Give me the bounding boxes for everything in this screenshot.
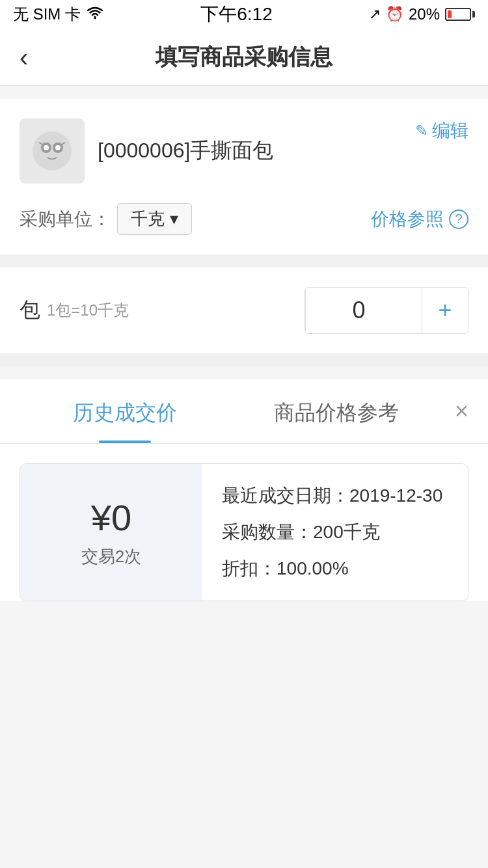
product-unit-row: 采购单位： 千克 ▾ 价格参照 ? (20, 203, 468, 235)
discount: 折扣：100.00% (222, 556, 448, 581)
unit-label-text: 采购单位： (20, 207, 111, 232)
help-icon: ? (455, 211, 462, 226)
unit-selector[interactable]: 千克 ▾ (117, 203, 192, 235)
product-card: [0000006]手撕面包 ✎ 编辑 采购单位： 千克 ▾ 价格参照 ? (0, 99, 488, 254)
unit-hint: 1包=10千克 (47, 300, 129, 321)
dropdown-arrow: ▾ (170, 209, 178, 229)
battery-percent: 20% (409, 5, 440, 23)
product-header: [0000006]手撕面包 ✎ 编辑 (20, 118, 468, 183)
sim-status: 无 SIM 卡 (13, 4, 81, 25)
svg-point-4 (55, 145, 61, 150)
content-area (0, 621, 488, 868)
recent-date: 最近成交日期：2019-12-30 (222, 483, 448, 508)
location-icon: ↗ (369, 6, 381, 23)
unit-label: 采购单位： 千克 ▾ (20, 203, 192, 235)
status-time: 下午6:12 (200, 2, 273, 27)
quantity-row: 包 1包=10千克 + (0, 267, 488, 353)
nav-bar: ‹ 填写商品采购信息 (0, 29, 488, 86)
tab-close-button[interactable]: × (442, 385, 468, 438)
product-image (20, 118, 85, 183)
section-divider (0, 254, 488, 267)
price-value: ¥0 (91, 496, 131, 539)
price-transactions: 交易2次 (81, 545, 141, 568)
quantity-control: + (305, 287, 468, 334)
price-amount: 0 (111, 497, 131, 538)
price-right-panel: 最近成交日期：2019-12-30 采购数量：200千克 折扣：100.00% (202, 464, 468, 601)
purchase-qty: 采购数量：200千克 (222, 520, 448, 545)
tab-product-price-ref[interactable]: 商品价格参考 (230, 379, 441, 443)
svg-point-0 (33, 131, 72, 170)
edit-icon: ✎ (415, 122, 428, 140)
quantity-plus-button[interactable]: + (422, 288, 468, 333)
wifi-icon (86, 5, 104, 23)
product-name: [0000006]手撕面包 (98, 137, 273, 165)
edit-link[interactable]: ✎ 编辑 (415, 118, 468, 143)
back-button[interactable]: ‹ (20, 44, 28, 70)
tab-history-price-label: 历史成交价 (73, 401, 177, 424)
status-right: ↗ ⏰ 20% (369, 5, 475, 23)
price-card: ¥0 交易2次 最近成交日期：2019-12-30 采购数量：200千克 折扣：… (20, 463, 468, 601)
price-ref-label: 价格参照 (371, 207, 444, 232)
price-currency: ¥ (91, 497, 111, 538)
battery-icon (445, 8, 475, 21)
product-left: [0000006]手撕面包 (20, 118, 273, 183)
tabs-section: 历史成交价 商品价格参考 × ¥0 交易2次 最近成交日期：2019-12-30… (0, 379, 488, 601)
quantity-label: 包 1包=10千克 (20, 296, 129, 325)
unit-name: 包 (20, 296, 40, 325)
tabs-divider (0, 353, 488, 366)
price-ref-button[interactable]: 价格参照 ? (371, 207, 468, 232)
unit-value: 千克 (131, 208, 165, 230)
tab-history-price[interactable]: 历史成交价 (20, 379, 230, 443)
help-circle-icon[interactable]: ? (449, 210, 468, 229)
alarm-icon: ⏰ (386, 6, 403, 23)
quantity-input[interactable] (305, 288, 422, 333)
page-title: 填写商品采购信息 (156, 42, 332, 72)
svg-point-3 (44, 145, 49, 150)
tab-product-price-ref-label: 商品价格参考 (274, 401, 399, 424)
status-bar: 无 SIM 卡 下午6:12 ↗ ⏰ 20% (0, 0, 488, 29)
tabs-header: 历史成交价 商品价格参考 × (0, 379, 488, 444)
status-left: 无 SIM 卡 (13, 4, 104, 25)
price-left-panel: ¥0 交易2次 (20, 464, 202, 601)
edit-label: 编辑 (432, 118, 468, 143)
